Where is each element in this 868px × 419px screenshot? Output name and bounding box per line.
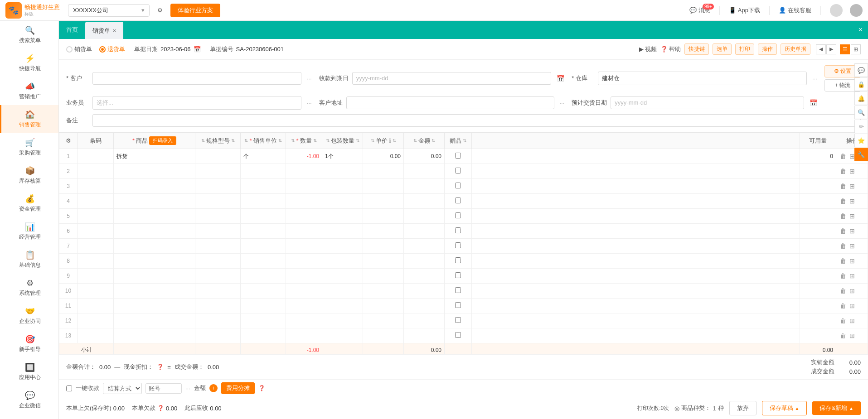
cell-remark[interactable] bbox=[472, 284, 800, 299]
cell-gift[interactable] bbox=[445, 164, 472, 179]
tab-close-header[interactable]: × bbox=[858, 26, 863, 34]
cell-product[interactable] bbox=[114, 254, 195, 269]
cell-product[interactable] bbox=[114, 328, 195, 343]
sidebar-item-wechat[interactable]: 💬 企业微信 bbox=[0, 386, 58, 414]
payment-date-calendar-icon[interactable]: 📅 bbox=[557, 75, 564, 82]
cell-qty[interactable] bbox=[286, 209, 322, 224]
filter-icon4[interactable]: ⇅ bbox=[356, 138, 359, 143]
row-copy-btn[interactable]: ⊞ bbox=[849, 197, 856, 206]
customer-addr-input[interactable] bbox=[346, 96, 554, 109]
cell-product[interactable] bbox=[114, 284, 195, 299]
view-grid-btn[interactable]: ⊞ bbox=[851, 44, 861, 54]
cell-remark[interactable] bbox=[472, 194, 800, 209]
cell-product[interactable] bbox=[114, 179, 195, 194]
cell-unit[interactable] bbox=[241, 164, 286, 179]
tab-home[interactable]: 首页 bbox=[59, 21, 85, 39]
cell-price[interactable] bbox=[363, 299, 404, 313]
cell-remark[interactable] bbox=[472, 179, 800, 194]
expense-help-icon[interactable]: ❓ bbox=[258, 385, 265, 391]
filter-icon6[interactable]: ⇅ bbox=[432, 138, 435, 143]
note-input[interactable] bbox=[92, 114, 861, 127]
cell-pkg-qty[interactable] bbox=[322, 164, 363, 179]
sidebar-item-system[interactable]: ⚙ 系统管理 bbox=[0, 274, 58, 302]
cell-barcode[interactable] bbox=[78, 284, 114, 299]
cell-amount[interactable] bbox=[404, 194, 445, 209]
cell-gift[interactable] bbox=[445, 254, 472, 269]
table-scroll[interactable]: ⚙ 条码 * 商品 扫码录入 bbox=[59, 132, 868, 354]
row-copy-btn[interactable]: ⊞ bbox=[849, 301, 856, 310]
cell-gift[interactable] bbox=[445, 299, 472, 313]
cell-amount[interactable] bbox=[404, 179, 445, 194]
row-delete-btn[interactable]: 🗑 bbox=[839, 241, 847, 250]
cell-barcode[interactable] bbox=[78, 313, 114, 328]
cell-amount[interactable] bbox=[404, 313, 445, 328]
sidebar-item-search[interactable]: 🔍 搜索菜单 bbox=[0, 21, 58, 49]
cell-barcode[interactable] bbox=[78, 328, 114, 343]
user-avatar[interactable] bbox=[830, 4, 843, 17]
cell-barcode[interactable] bbox=[78, 224, 114, 239]
cell-qty[interactable] bbox=[286, 164, 322, 179]
cell-spec[interactable] bbox=[195, 164, 241, 179]
cell-spec[interactable] bbox=[195, 254, 241, 269]
cell-amount[interactable] bbox=[404, 209, 445, 224]
warehouse-more-icon[interactable]: ··· bbox=[812, 75, 817, 82]
cell-pkg-qty[interactable] bbox=[322, 254, 363, 269]
sidebar-item-sales[interactable]: 🏠 销售管理 bbox=[0, 105, 58, 133]
sort-icon[interactable]: ⇅ bbox=[201, 138, 205, 143]
cell-barcode[interactable] bbox=[78, 164, 114, 179]
sort-icon2[interactable]: ⇅ bbox=[244, 138, 248, 143]
view-list-btn[interactable]: ☰ bbox=[840, 44, 850, 54]
cell-gift[interactable] bbox=[445, 284, 472, 299]
one-click-checkbox[interactable] bbox=[66, 385, 72, 391]
cell-pkg-qty[interactable] bbox=[322, 209, 363, 224]
tab-close-icon[interactable]: × bbox=[113, 28, 116, 34]
filter-icon5[interactable]: ⇅ bbox=[393, 138, 396, 143]
cell-qty[interactable] bbox=[286, 194, 322, 209]
side-panel-bell-icon[interactable]: 🔔 bbox=[854, 92, 868, 105]
row-copy-btn[interactable]: ⊞ bbox=[849, 271, 856, 280]
cell-spec[interactable] bbox=[195, 179, 241, 194]
cell-price[interactable] bbox=[363, 328, 404, 343]
sidebar-item-member[interactable]: ▽ 畅会员 bbox=[0, 414, 58, 419]
account-more-icon[interactable]: ··· bbox=[185, 385, 190, 392]
row-copy-btn[interactable]: ⊞ bbox=[849, 316, 856, 325]
cell-barcode[interactable] bbox=[78, 209, 114, 224]
cell-barcode[interactable] bbox=[78, 179, 114, 194]
cell-spec[interactable] bbox=[195, 269, 241, 284]
cell-barcode[interactable] bbox=[78, 299, 114, 313]
customer-input[interactable] bbox=[92, 72, 301, 85]
cell-pkg-qty[interactable] bbox=[322, 313, 363, 328]
cell-price[interactable]: 0.00 bbox=[363, 149, 404, 164]
row-copy-btn[interactable]: ⊞ bbox=[849, 256, 856, 265]
sidebar-item-inventory[interactable]: 📦 库存核算 bbox=[0, 161, 58, 189]
cell-barcode[interactable] bbox=[78, 194, 114, 209]
cell-product[interactable] bbox=[114, 164, 195, 179]
row-delete-btn[interactable]: 🗑 bbox=[839, 331, 847, 340]
cell-unit[interactable] bbox=[241, 284, 286, 299]
cell-amount[interactable] bbox=[404, 239, 445, 254]
video-link[interactable]: ▶ 视频 bbox=[639, 45, 657, 53]
cell-product[interactable] bbox=[114, 299, 195, 313]
cell-price[interactable] bbox=[363, 269, 404, 284]
row-copy-btn[interactable]: ⊞ bbox=[849, 167, 856, 176]
cell-barcode[interactable] bbox=[78, 149, 114, 164]
cell-spec[interactable] bbox=[195, 194, 241, 209]
sort-icon4[interactable]: ⇅ bbox=[326, 138, 330, 143]
cell-gift[interactable] bbox=[445, 313, 472, 328]
cell-spec[interactable] bbox=[195, 209, 241, 224]
print-btn[interactable]: 打印 bbox=[735, 43, 754, 55]
salesperson-more-icon[interactable]: ··· bbox=[307, 100, 312, 106]
cell-barcode[interactable] bbox=[78, 254, 114, 269]
cell-gift[interactable] bbox=[445, 224, 472, 239]
cell-product[interactable] bbox=[114, 209, 195, 224]
cell-unit[interactable] bbox=[241, 194, 286, 209]
row-copy-btn[interactable]: ⊞ bbox=[849, 331, 856, 340]
row-copy-btn[interactable]: ⊞ bbox=[849, 226, 856, 236]
cell-price[interactable] bbox=[363, 284, 404, 299]
sidebar-item-marketing[interactable]: 📣 营销推广 bbox=[0, 77, 58, 105]
row-delete-btn[interactable]: 🗑 bbox=[839, 182, 847, 191]
side-panel-zoom-icon[interactable]: 🔍 bbox=[854, 106, 868, 119]
cell-price[interactable] bbox=[363, 209, 404, 224]
payment-account-input[interactable] bbox=[145, 383, 182, 394]
cell-qty[interactable] bbox=[286, 284, 322, 299]
